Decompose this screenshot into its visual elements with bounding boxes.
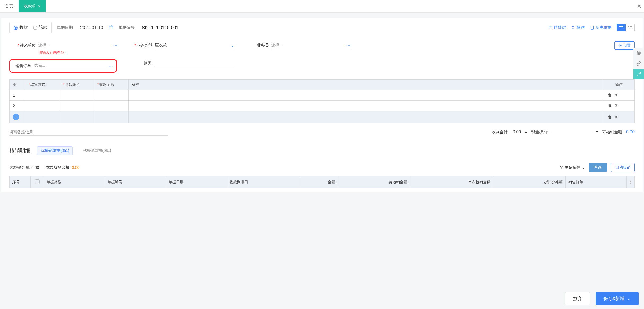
- discount-label: 现金折扣:: [531, 130, 548, 135]
- detail-title: 核销明细: [9, 147, 30, 154]
- copy-icon[interactable]: ⧉: [615, 115, 617, 119]
- checkbox-icon: [35, 179, 40, 184]
- discount-input[interactable]: [552, 132, 592, 132]
- tab-done[interactable]: 已核销单据(0笔): [79, 147, 114, 155]
- unwriteoff-value: 0.00: [31, 165, 39, 170]
- sales-order-highlight: 销售订单 选择...⋯: [9, 59, 117, 73]
- svg-rect-0: [109, 26, 113, 29]
- summary-input[interactable]: [154, 59, 234, 66]
- this-amount-header[interactable]: 本次核销金额: [410, 176, 493, 188]
- save-button[interactable]: 保存&新增 ⌄: [596, 292, 639, 305]
- operator-select[interactable]: 选择...⋯: [271, 41, 351, 49]
- copy-icon[interactable]: ⧉: [615, 103, 617, 108]
- rail-print-button[interactable]: [633, 48, 644, 58]
- total-value: 0.00: [513, 130, 521, 134]
- equals-sign: =: [596, 130, 598, 134]
- cancel-button[interactable]: 放弃: [565, 292, 590, 305]
- delete-icon[interactable]: 🗑: [608, 93, 611, 97]
- link-label: 历史单据: [596, 25, 611, 30]
- radio-receipt[interactable]: 收款: [14, 25, 28, 30]
- cell[interactable]: [129, 101, 603, 111]
- company-select[interactable]: 选择...⋯: [38, 41, 118, 49]
- svg-point-7: [572, 26, 573, 27]
- gear-header[interactable]: ⚙: [10, 80, 25, 90]
- history-link[interactable]: 历史单据: [590, 25, 611, 30]
- sales-order-header[interactable]: 销售订单: [565, 176, 627, 188]
- summary-row: 收款合计: 0.00 + 现金折扣: = 可核销金额 0.00: [9, 128, 635, 136]
- doc-date-header[interactable]: 单据日期: [166, 176, 227, 188]
- svg-point-9: [572, 28, 573, 29]
- svg-rect-22: [630, 29, 632, 29]
- payment-table: ⚙ *结算方式 *收款账号 *收款金额 备注 操作 1 🗑⧉ 2 🗑⧉ +: [9, 79, 635, 123]
- tab-home[interactable]: 首页: [0, 0, 19, 12]
- table-add-row: + 🗑⧉: [10, 111, 635, 123]
- svg-rect-15: [619, 28, 623, 28]
- copy-icon[interactable]: ⧉: [615, 93, 617, 97]
- discount-share-header[interactable]: 折扣分摊额: [493, 176, 565, 188]
- close-all-icon[interactable]: ✕: [637, 3, 641, 10]
- radio-icon: [33, 26, 37, 30]
- add-row-button[interactable]: +: [13, 114, 19, 120]
- cell[interactable]: [94, 90, 129, 101]
- more-icon[interactable]: ⋯: [346, 43, 351, 48]
- placeholder: 选择...: [271, 43, 283, 48]
- select-value: 应收款: [155, 43, 167, 48]
- more-icon[interactable]: ⋯: [109, 63, 113, 68]
- cell[interactable]: [25, 90, 60, 101]
- query-button[interactable]: 查询: [589, 163, 607, 172]
- radio-label: 退款: [39, 25, 47, 30]
- writeoff-value: 0.00: [626, 129, 635, 135]
- receipt-type-group: 收款 退款: [9, 22, 52, 33]
- cell[interactable]: [129, 90, 603, 101]
- doc-type-header[interactable]: 单据类型: [44, 176, 105, 188]
- remark-input[interactable]: [9, 128, 168, 136]
- radio-refund[interactable]: 退款: [33, 25, 47, 30]
- doc-date-value[interactable]: 2020-01-10: [80, 25, 103, 30]
- rail-expand-button[interactable]: [633, 69, 644, 79]
- close-icon[interactable]: ✕: [38, 4, 41, 8]
- sort-header[interactable]: ▲▼: [627, 176, 635, 188]
- more-icon[interactable]: ⋯: [113, 43, 118, 48]
- settle-method-header: *结算方式: [25, 80, 60, 90]
- company-field: *往来单位 选择...⋯: [9, 41, 118, 49]
- delete-icon[interactable]: 🗑: [608, 115, 611, 119]
- view-list-button[interactable]: [617, 24, 626, 31]
- main-panel: 收款 退款 单据日期 2020-01-10 单据编号 SK-20200110-0…: [1, 18, 643, 192]
- amount-header[interactable]: 金额: [299, 176, 338, 188]
- cell[interactable]: [25, 101, 60, 111]
- biz-type-select[interactable]: 应收款⌄: [155, 41, 234, 49]
- chevron-down-icon: ⌄: [627, 296, 631, 301]
- tab-receipt[interactable]: 收款单 ✕: [19, 0, 46, 12]
- doc-date-label: 单据日期: [57, 25, 73, 30]
- svg-marker-24: [560, 166, 563, 169]
- shortcuts-link[interactable]: 快捷键: [548, 25, 566, 30]
- view-grid-button[interactable]: [626, 24, 635, 31]
- cell[interactable]: [60, 101, 94, 111]
- calendar-icon[interactable]: [109, 25, 113, 31]
- cell[interactable]: [94, 101, 129, 111]
- svg-rect-21: [628, 29, 629, 29]
- table-row: 1 🗑⧉: [10, 90, 635, 101]
- cell[interactable]: [60, 90, 94, 101]
- tab-label: 收款单: [24, 4, 36, 9]
- link-label: 更多条件: [565, 165, 580, 170]
- settings-button[interactable]: 设置: [614, 41, 635, 50]
- checkbox-header[interactable]: [31, 176, 44, 188]
- more-conditions-link[interactable]: 更多条件 ⌄: [560, 165, 585, 170]
- operator-label: 业务员: [242, 43, 271, 48]
- tab-pending[interactable]: 待核销单据(0笔): [37, 146, 73, 155]
- svg-rect-17: [628, 26, 629, 27]
- pending-amount-header[interactable]: 待核销金额: [338, 176, 410, 188]
- due-date-header[interactable]: 收款到期日: [227, 176, 299, 188]
- doc-no-label: 单据编号: [119, 25, 135, 30]
- operation-link[interactable]: 操作: [571, 25, 585, 30]
- summary-label: 摘要: [133, 60, 154, 65]
- seq-header: 序号: [10, 176, 31, 188]
- svg-line-29: [637, 75, 638, 76]
- chevron-down-icon: ⌄: [582, 165, 585, 170]
- rail-link-button[interactable]: [633, 58, 644, 69]
- doc-no-header[interactable]: 单据编号: [105, 176, 166, 188]
- sales-order-select[interactable]: 选择...⋯: [34, 62, 113, 70]
- delete-icon[interactable]: 🗑: [608, 103, 611, 108]
- auto-writeoff-button[interactable]: 自动核销: [611, 163, 635, 172]
